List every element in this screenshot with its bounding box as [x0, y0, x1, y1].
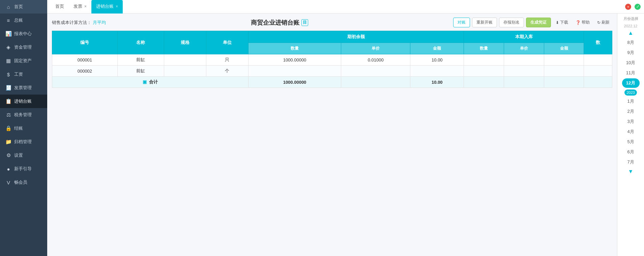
col-unit: 单位	[206, 31, 248, 54]
report-icon: 📊	[5, 31, 11, 37]
tab-invoice-close[interactable]: ×	[84, 4, 87, 9]
col-group-inbound: 本期入库	[464, 31, 584, 43]
month-11[interactable]: 11月	[622, 68, 640, 78]
col-id: 编号	[52, 31, 118, 54]
sidebar-item-purchase-sales[interactable]: 📋 进销台账	[0, 95, 47, 108]
payroll-icon: $	[5, 72, 11, 77]
sidebar-item-payroll[interactable]: $ 工资	[0, 68, 47, 81]
scroll-up-button[interactable]: ▲	[617, 29, 644, 37]
total-extra	[584, 77, 612, 88]
month-3[interactable]: 3月	[622, 117, 640, 126]
sidebar-item-report-center[interactable]: 📊 报表中心	[0, 27, 47, 41]
col-opening-amount: 金额	[410, 43, 464, 54]
month-6[interactable]: 6月	[622, 147, 640, 157]
save-alias-button[interactable]: 存报别名	[499, 18, 524, 27]
generate-voucher-button[interactable]: 生成凭证	[526, 18, 551, 27]
month-12[interactable]: 12月	[622, 78, 640, 88]
tab-invoice[interactable]: 发票 ×	[69, 0, 91, 14]
year-2022-label: 2022.12	[624, 24, 638, 28]
reopen-button[interactable]: 重新开账	[472, 18, 497, 27]
reconcile-button[interactable]: 对账	[453, 18, 470, 27]
title-info-icon[interactable]: 目	[301, 19, 308, 26]
sidebar-item-fund-management[interactable]: ◈ 资金管理	[0, 41, 47, 54]
sidebar-item-settings[interactable]: ⚙ 设置	[0, 149, 47, 162]
sidebar: ⌂ 首页 ≡ 总账 📊 报表中心 ◈ 资金管理 ▦ 固定资产 $ 工资 🧾 发票…	[0, 0, 47, 256]
cell-unit: 个	[206, 66, 248, 77]
tab-home[interactable]: 首页	[51, 0, 69, 14]
tax-icon: ⚖	[5, 112, 11, 118]
toolbar-actions: 对账 重新开账 存报别名 生成凭证 ⬇ 下载 ❓ 帮助 ↻ 刷新	[453, 18, 612, 27]
ledger2-icon: 📋	[5, 98, 11, 104]
assets-icon: ▦	[5, 58, 11, 64]
cell-inbound-qty	[464, 66, 504, 77]
refresh-button[interactable]: ↻ 刷新	[594, 18, 612, 27]
sidebar-item-fixed-assets[interactable]: ▦ 固定资产	[0, 54, 47, 68]
total-opening-amount: 10.00	[410, 77, 464, 88]
month-5[interactable]: 5月	[622, 137, 640, 147]
download-button[interactable]: ⬇ 下载	[553, 18, 571, 27]
month-8[interactable]: 8月	[622, 38, 640, 47]
page-title: 商贸企业进销台账	[251, 19, 299, 27]
cell-inbound-amount	[544, 66, 584, 77]
sidebar-item-archive[interactable]: 📁 归档管理	[0, 135, 47, 149]
total-inbound-price	[504, 77, 544, 88]
cell-id: 000002	[52, 66, 118, 77]
total-opening-qty: 1000.00000	[248, 77, 341, 88]
sidebar-item-home[interactable]: ⌂ 首页	[0, 0, 47, 14]
col-inbound-amount: 金额	[544, 43, 584, 54]
month-9[interactable]: 9月	[622, 48, 640, 57]
month-10[interactable]: 10月	[622, 58, 640, 68]
help-button[interactable]: ❓ 帮助	[573, 18, 592, 27]
main-area: 首页 发票 × 进销台账 × × ⤢ 销售成本计算方法： 月平均 商贸企业进销台…	[47, 0, 644, 256]
cell-spec	[164, 54, 206, 66]
sidebar-item-general-ledger[interactable]: ≡ 总账	[0, 14, 47, 27]
toolbar-row: 销售成本计算方法： 月平均 商贸企业进销台账 目 对账 重新开账 存报别名 生成…	[52, 18, 612, 27]
invoice-icon: 🧾	[5, 85, 11, 91]
total-inbound-amount	[544, 77, 584, 88]
scroll-down-button[interactable]: ▼	[617, 167, 644, 176]
tab-purchase-sales[interactable]: 进销台账 ×	[91, 0, 123, 14]
cell-spec	[164, 66, 206, 77]
cell-opening-amount	[410, 66, 464, 77]
cell-name: 前缸	[117, 66, 164, 77]
col-opening-qty: 数量	[248, 43, 341, 54]
sidebar-item-tax-management[interactable]: ⚖ 税务管理	[0, 108, 47, 122]
cell-opening-price	[341, 66, 410, 77]
content-area: 销售成本计算方法： 月平均 商贸企业进销台账 目 对账 重新开账 存报别名 生成…	[47, 14, 644, 256]
month-2[interactable]: 2月	[622, 107, 640, 116]
cell-inbound-price	[504, 54, 544, 66]
sidebar-item-membership[interactable]: V 畅会员	[0, 176, 47, 189]
cell-inbound-price	[504, 66, 544, 77]
fund-icon: ◈	[5, 44, 11, 50]
col-spec: 规格	[164, 31, 206, 54]
table-row: 000001 前缸 只 1000.00000 0.01000 10.00	[52, 54, 612, 66]
ledger-icon: ≡	[5, 18, 11, 23]
month-4[interactable]: 4月	[622, 127, 640, 136]
table-group-header: 编号 名称 规格 单位 期初余额 本期入库 数	[52, 31, 612, 43]
cell-inbound-qty	[464, 54, 504, 66]
cell-inbound-amount	[544, 54, 584, 66]
guide-icon: ●	[5, 166, 11, 172]
membership-icon: V	[5, 180, 11, 185]
settings-icon: ⚙	[5, 152, 11, 158]
sidebar-item-invoice-management[interactable]: 🧾 发票管理	[0, 81, 47, 95]
month-1[interactable]: 1月	[622, 97, 640, 106]
cell-name: 前缸	[117, 54, 164, 66]
home-icon: ⌂	[5, 4, 11, 10]
cell-unit: 只	[206, 54, 248, 66]
month-panel-title: 月份选择	[622, 16, 640, 21]
cost-method: 销售成本计算方法： 月平均	[52, 20, 106, 26]
sidebar-item-new-guide[interactable]: ● 新手引导	[0, 162, 47, 176]
table-total-row: ▣ 合计 1000.00000 10.00	[52, 77, 612, 88]
cell-opening-qty: 1000.00000	[248, 54, 341, 66]
window-expand-button[interactable]: ⤢	[635, 4, 641, 10]
cell-extra	[584, 66, 612, 77]
col-group-opening: 期初余额	[248, 31, 464, 43]
refresh-icon: ↻	[597, 20, 601, 25]
tab-purchase-sales-close[interactable]: ×	[116, 4, 118, 9]
month-7[interactable]: 7月	[622, 157, 640, 167]
window-close-button[interactable]: ×	[625, 4, 631, 10]
table-row: 000002 前缸 个	[52, 66, 612, 77]
sidebar-item-closing[interactable]: 🔒 结账	[0, 122, 47, 135]
cell-extra	[584, 54, 612, 66]
